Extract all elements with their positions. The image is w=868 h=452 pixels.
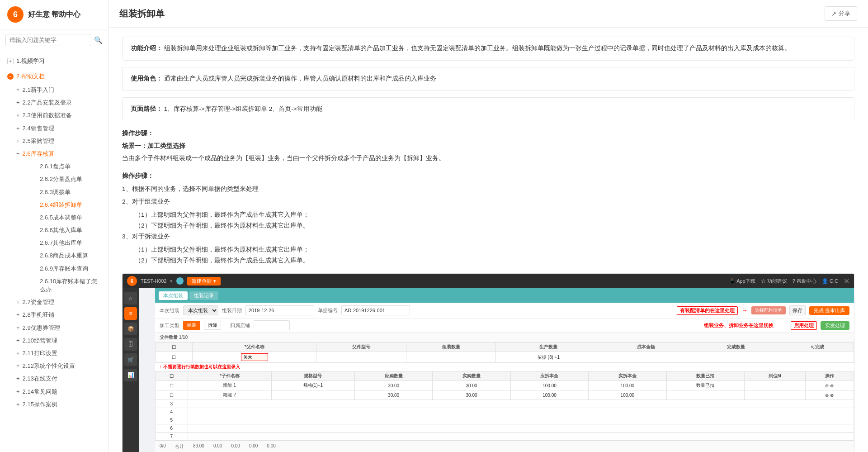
nav-section-video: + 1.视频学习 — [0, 54, 108, 68]
mock-save-btn[interactable]: 保存 — [789, 305, 806, 315]
mock-td-empty-6 — [188, 424, 854, 433]
sidebar-item-dataprep[interactable]: + 2.3使用前数据准备 — [16, 109, 108, 122]
search-button[interactable]: 🔍 — [94, 36, 103, 44]
share-label: 分享 — [839, 10, 850, 18]
mock-td-childspec-2 — [271, 390, 354, 400]
mock-field-docno[interactable] — [341, 305, 410, 315]
mock-main-area: 本次组装 组装记录 本次组装 本次组装 组装日期 — [155, 288, 854, 452]
sidebar-item-inventory[interactable]: − 2.6库存核算 — [16, 147, 108, 160]
sidebar-item-ledger[interactable]: 2.6.9库存账本查询 — [40, 262, 108, 275]
sidebar-item-otherout[interactable]: 2.6.7其他出库单 — [40, 237, 108, 249]
mock-td-parentname — [193, 352, 316, 363]
collapse-icon-docs: − — [7, 73, 14, 80]
step1: 1、根据不同的业务，选择不同单据的类型来处理 — [122, 184, 854, 195]
mock-th-shouldbuy: 应购数量 — [354, 371, 432, 381]
expand-icon: + — [16, 388, 20, 396]
sidebar-item-sysconfig[interactable]: + 2.12系统个性化设置 — [16, 360, 108, 372]
sidebar-item-coupon[interactable]: + 2.9优惠券管理 — [16, 322, 108, 334]
mock-lower-row-7: 7 — [156, 433, 854, 441]
mock-th-parentname: *父件名称 — [193, 343, 316, 352]
role-label: 使用角色： — [131, 75, 162, 82]
sidebar-item-costcalc[interactable]: 2.6.8商品成本重算 — [40, 249, 108, 262]
mock-activate-btn[interactable]: 实发处理 — [821, 321, 849, 330]
mock-nav-apps: 📱 App下载 — [729, 278, 755, 285]
mock-field-date[interactable] — [245, 305, 314, 315]
mock-td-n-3: 3 — [156, 400, 188, 408]
mock-td-actualcost-2: 100.00 — [589, 390, 666, 400]
sidebar-item-adjust[interactable]: 2.6.3调拨单 — [40, 186, 108, 199]
sidebar-item-label: 1.视频学习 — [16, 57, 45, 65]
mock-lower-row-2: ☐ 親能 2 30.00 30.00 100.00 100.00 — [156, 390, 854, 400]
mock-th-cost: 成本金额 — [601, 343, 691, 352]
mock-separator: ▾ — [170, 278, 173, 284]
path-label: 页面路径： — [131, 105, 162, 112]
expand-icon: + — [16, 111, 20, 119]
mock-sidebar: ⌂ ≡ 📦 🗄 🛒 📊 — [123, 288, 139, 452]
mock-th-deducted: 数量已扣 — [666, 371, 744, 381]
app-title: 好生意 帮助中心 — [28, 10, 80, 19]
mock-sidebar-goods: 📦 — [124, 323, 137, 335]
sidebar-item-ledgererr[interactable]: 2.6.10库存账本错了怎么办 — [40, 275, 108, 296]
mock-close-icon[interactable]: ✕ — [844, 277, 849, 285]
mock-complete-btn[interactable]: 完成 提审出库 — [809, 306, 849, 315]
sidebar-item-purchase[interactable]: + 2.5采购管理 — [16, 135, 108, 147]
share-button[interactable]: ↗ 分享 — [825, 6, 857, 21]
mock-shop-label: 归属店铺 — [230, 322, 250, 329]
mock-lower-row-1: ☐ 親能 1 规格(1)+1 30.00 30.00 100.00 100.00… — [156, 381, 854, 390]
sidebar-item-docs[interactable]: − 2.帮助文档 — [0, 69, 108, 84]
mock-td-checkbox-1: ☐ — [156, 381, 188, 390]
mock-sidebar-docs: ≡ — [124, 307, 137, 320]
mock-td-arrived-2 — [745, 390, 806, 400]
sidebar-item-newcomer[interactable]: + 2.1新手入门 — [16, 84, 108, 96]
sidebar-item-faq[interactable]: + 2.14常见问题 — [16, 385, 108, 398]
sidebar-item-ops[interactable]: + 2.10经营管理 — [16, 334, 108, 347]
sidebar-item-costadj[interactable]: 2.6.5成本调整单 — [40, 211, 108, 224]
inventory-sub-items: 2.6.1盘点单 2.6.2分量盘点单 2.6.3调拨单 2.6.4组装拆卸单 … — [16, 160, 108, 296]
mock-th-shouldcost: 应拆本金 — [510, 371, 588, 381]
mock-shop-input[interactable] — [254, 320, 290, 330]
mock-td-n-7: 7 — [156, 433, 188, 441]
mock-subtab-record[interactable]: 组装记录 — [189, 291, 218, 300]
mock-nav-helpcenter: ? 帮助中心 — [793, 278, 816, 285]
sidebar-item-sales[interactable]: + 2.4销售管理 — [16, 122, 108, 135]
mock-input-parentname[interactable] — [241, 353, 268, 361]
sidebar-item-mobile[interactable]: + 2.8手机旺铺 — [16, 309, 108, 321]
function-intro-block: 功能介绍： 组装拆卸单用来处理企业组装或拆卸等加工业务，支持有固定装配清单的产品… — [122, 37, 854, 61]
mock-type-assemble[interactable]: 组装 — [183, 321, 200, 330]
sidebar-item-splitstock[interactable]: 2.6.2分量盘点单 — [40, 173, 108, 186]
mock-td-checkbox: ☐ — [156, 352, 193, 363]
step2: 2、对于组装业务 — [122, 196, 854, 207]
mock-td-shouldbuy-2: 30.00 — [354, 390, 432, 400]
sidebar-item-cases[interactable]: + 2.15操作案例 — [16, 398, 108, 411]
mock-select-bom-btn[interactable]: 选择配料清单 — [751, 306, 786, 314]
search-input[interactable] — [5, 34, 91, 46]
mock-total-pages: 0/0 — [160, 443, 166, 450]
mock-th-ops: 操作 — [805, 371, 854, 381]
mock-subtabs: 本次组装 组装记录 — [155, 288, 854, 303]
mock-td-childname-1: 親能 1 — [188, 381, 271, 390]
sidebar-item-assembly[interactable]: 2.6.4组装拆卸单 — [40, 199, 108, 211]
mock-th-doneqty: 完成数量 — [691, 343, 781, 352]
sidebar-item-stocktake[interactable]: 2.6.1盘点单 — [40, 160, 108, 173]
expand-icon: + — [16, 362, 20, 370]
mock-field-type[interactable]: 本次组装 — [183, 305, 218, 315]
sidebar-item-otherin[interactable]: 2.6.6其他入库单 — [40, 224, 108, 237]
mock-bottom-total: 0/0 合计 89.00 0.00 0.00 0.00 0.00 — [155, 441, 854, 452]
mock-sidebar-inventory: 🗄 — [124, 338, 137, 351]
sidebar-item-video[interactable]: + 1.视频学习 — [0, 54, 108, 68]
expand-icon: + — [16, 375, 20, 383]
sidebar-item-print[interactable]: + 2.11打印设置 — [16, 347, 108, 360]
mock-field-date-label: 组装日期 — [222, 307, 242, 314]
mock-type-disassemble[interactable]: 拆卸 — [204, 321, 221, 330]
sidebar-item-fund[interactable]: + 2.7资金管理 — [16, 296, 108, 309]
sidebar-item-onlinepay[interactable]: + 2.13在线支付 — [16, 372, 108, 385]
sidebar-item-install[interactable]: + 2.2产品安装及登录 — [16, 96, 108, 109]
mock-new-doc-btn[interactable]: 新建单据 ▾ — [187, 277, 220, 285]
mock-lower-row-5: 5 — [156, 416, 854, 424]
mock-field-type-label: 本次组装 — [160, 307, 179, 314]
mock-subtab-new[interactable]: 本次组装 — [159, 291, 188, 300]
scene1-desc: 当由多个子件材料组装成一个成品的业务为【组装】业务，当由一个父件拆分成多个子产品… — [122, 153, 854, 164]
mock-nav-help: ☆ 功能建议 — [761, 278, 787, 285]
mock-app: 6 TEST-H002 ▾ 新建单据 ▾ 📱 App下载 ☆ 功能建议 ? 帮助… — [123, 274, 854, 452]
mock-td-checkbox-2: ☐ — [156, 390, 188, 400]
